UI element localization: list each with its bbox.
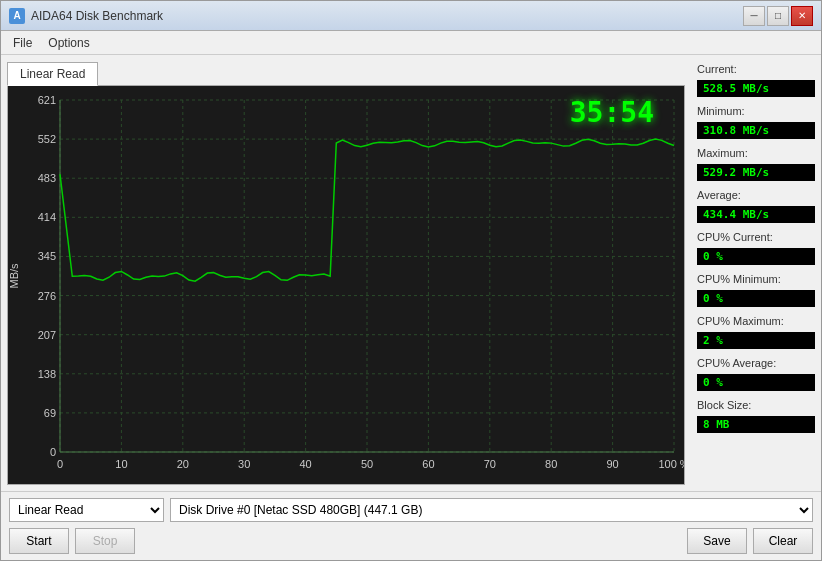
block-size-value: 8 MB — [697, 416, 815, 433]
cpu-average-label: CPU% Average: — [697, 357, 815, 369]
cpu-minimum-label: CPU% Minimum: — [697, 273, 815, 285]
bottom-bar: Linear Read Disk Drive #0 [Netac SSD 480… — [1, 491, 821, 560]
maximize-button[interactable]: □ — [767, 6, 789, 26]
cpu-current-label: CPU% Current: — [697, 231, 815, 243]
average-value: 434.4 MB/s — [697, 206, 815, 223]
bottom-row1: Linear Read Disk Drive #0 [Netac SSD 480… — [9, 498, 813, 522]
window-title: AIDA64 Disk Benchmark — [31, 9, 163, 23]
maximum-value: 529.2 MB/s — [697, 164, 815, 181]
app-icon: A — [9, 8, 25, 24]
cpu-minimum-value: 0 % — [697, 290, 815, 307]
disk-chart — [8, 86, 684, 484]
cpu-average-value: 0 % — [697, 374, 815, 391]
titlebar: A AIDA64 Disk Benchmark ─ □ ✕ — [1, 1, 821, 31]
current-label: Current: — [697, 63, 815, 75]
minimum-label: Minimum: — [697, 105, 815, 117]
titlebar-left: A AIDA64 Disk Benchmark — [9, 8, 163, 24]
titlebar-buttons: ─ □ ✕ — [743, 6, 813, 26]
block-size-label: Block Size: — [697, 399, 815, 411]
close-button[interactable]: ✕ — [791, 6, 813, 26]
content-area: Linear Read 35:54 Current: 528.5 MB/s Mi… — [1, 55, 821, 491]
disk-dropdown[interactable]: Disk Drive #0 [Netac SSD 480GB] (447.1 G… — [170, 498, 813, 522]
menu-file[interactable]: File — [5, 34, 40, 52]
minimize-button[interactable]: ─ — [743, 6, 765, 26]
start-button[interactable]: Start — [9, 528, 69, 554]
clear-button[interactable]: Clear — [753, 528, 813, 554]
chart-container: 35:54 — [7, 85, 685, 485]
cpu-maximum-label: CPU% Maximum: — [697, 315, 815, 327]
menubar: File Options — [1, 31, 821, 55]
cpu-current-value: 0 % — [697, 248, 815, 265]
cpu-maximum-value: 2 % — [697, 332, 815, 349]
stats-panel: Current: 528.5 MB/s Minimum: 310.8 MB/s … — [691, 55, 821, 491]
menu-options[interactable]: Options — [40, 34, 97, 52]
timer-display: 35:54 — [570, 96, 654, 129]
tab-bar: Linear Read — [7, 61, 685, 85]
tab-linear-read[interactable]: Linear Read — [7, 62, 98, 86]
main-window: A AIDA64 Disk Benchmark ─ □ ✕ File Optio… — [0, 0, 822, 561]
bottom-row2: Start Stop Save Clear — [9, 528, 813, 554]
average-label: Average: — [697, 189, 815, 201]
maximum-label: Maximum: — [697, 147, 815, 159]
stop-button[interactable]: Stop — [75, 528, 135, 554]
minimum-value: 310.8 MB/s — [697, 122, 815, 139]
current-value: 528.5 MB/s — [697, 80, 815, 97]
save-button[interactable]: Save — [687, 528, 747, 554]
mode-dropdown[interactable]: Linear Read — [9, 498, 164, 522]
chart-section: Linear Read 35:54 — [1, 55, 691, 491]
